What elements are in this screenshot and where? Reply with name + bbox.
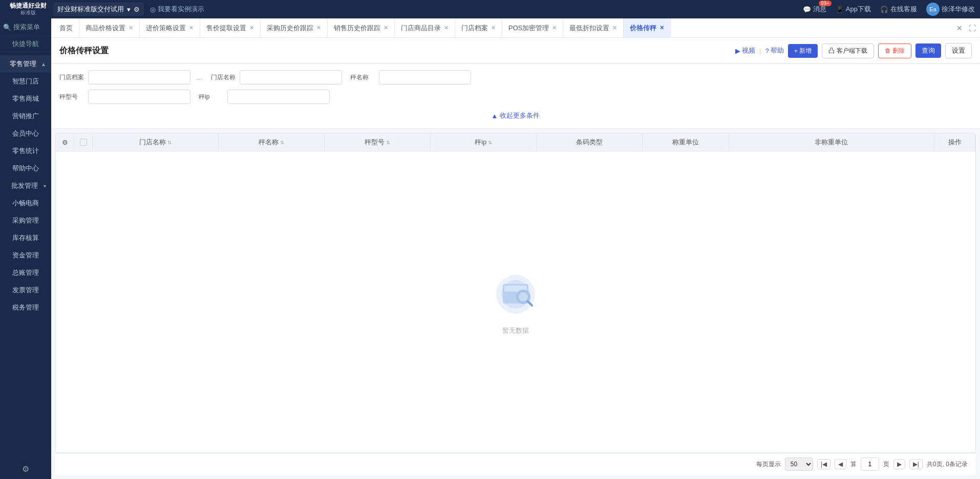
sidebar-item-tax[interactable]: 税务管理 <box>0 299 51 316</box>
th-scale-name[interactable]: 秤名称 ⇅ <box>219 134 325 151</box>
select-all-checkbox[interactable] <box>80 139 87 146</box>
table-header: ⚙ 门店名称 ⇅ 秤名称 ⇅ 秤型号 ⇅ <box>56 134 975 151</box>
sidebar-item-smart-store[interactable]: 智慧门店 <box>0 73 51 90</box>
sidebar-item-purchase[interactable]: 采购管理 <box>0 212 51 229</box>
demo-label: 我要看实例演示 <box>158 5 204 14</box>
gear-icon[interactable]: ⚙ <box>134 6 140 13</box>
version-label: 好业财标准版交付试用 <box>57 5 124 14</box>
message-button[interactable]: 💬 消息 99+ <box>803 5 826 14</box>
tab-sale-price[interactable]: 售价提取设置 ✕ <box>200 18 261 38</box>
tab-pos-mgmt-close[interactable]: ✕ <box>552 25 557 31</box>
filter-scale-model: 秤型号 <box>59 90 190 104</box>
store-profile-input[interactable] <box>88 70 190 84</box>
th-gear[interactable]: ⚙ <box>56 135 74 150</box>
scale-model-label: 秤型号 <box>59 93 85 101</box>
download-button[interactable]: 凸 客户端下载 <box>822 43 874 58</box>
sidebar-item-retail-mall[interactable]: 零售商城 <box>0 90 51 107</box>
sidebar-item-wholesale[interactable]: 批发管理 ▾ <box>0 177 51 194</box>
set-button[interactable]: 设置 <box>945 43 972 58</box>
tab-purchase-strategy-close[interactable]: ✕ <box>189 25 194 31</box>
help-icon: ? <box>765 47 769 55</box>
app-body: 🔍 搜索菜单 快捷导航 零售管理 ▲ 智慧门店 零售商城 营销推广 会员中心 <box>0 18 980 479</box>
page-suffix: 页 <box>883 460 889 469</box>
sidebar-search[interactable]: 🔍 搜索菜单 <box>0 18 51 36</box>
next-page-button[interactable]: ▶ <box>893 459 905 469</box>
filter-store-profile: 门店档案 … <box>59 70 203 84</box>
th-check[interactable] <box>74 135 93 150</box>
th-store-name[interactable]: 门店名称 ⇅ <box>93 134 219 151</box>
sidebar-quick-nav[interactable]: 快捷导航 <box>0 36 51 52</box>
sidebar-item-retail-stats[interactable]: 零售统计 <box>0 142 51 160</box>
tab-close-all-icon[interactable]: ✕ <box>954 24 965 32</box>
store-name-input[interactable] <box>240 70 342 84</box>
sidebar-item-general-ledger[interactable]: 总账管理 <box>0 264 51 281</box>
th-ip[interactable]: 秤ip ⇅ <box>431 134 537 151</box>
tab-purchase-strategy[interactable]: 进价策略设置 ✕ <box>140 18 200 38</box>
demo-link[interactable]: ◎ 我要看实例演示 <box>150 5 204 14</box>
sidebar-item-label: 小畅电商 <box>5 199 46 208</box>
query-button[interactable]: 查询 <box>915 43 941 58</box>
scale-ip-input[interactable] <box>227 90 330 104</box>
video-link[interactable]: ▶ 视频 <box>735 46 755 55</box>
sidebar-item-label: 库存核算 <box>5 233 46 243</box>
tab-price-setting-close[interactable]: ✕ <box>129 25 133 31</box>
ellipsis-icon[interactable]: … <box>196 73 203 81</box>
app-download-button[interactable]: 📱 App下载 <box>836 5 871 14</box>
collapse-more-button[interactable]: ▲ 收起更多条件 <box>492 111 540 120</box>
th-weight-unit[interactable]: 称重单位 <box>643 134 729 151</box>
online-service-button[interactable]: 🎧 在线客服 <box>880 5 917 14</box>
tab-price-scale[interactable]: 价格传秤 ✕ <box>624 18 671 38</box>
tab-sale-price-close[interactable]: ✕ <box>249 25 254 31</box>
app-download-label: App下载 <box>846 5 871 14</box>
scale-model-input[interactable] <box>88 90 190 104</box>
sidebar-item-label: 智慧门店 <box>5 77 46 86</box>
scale-name-input[interactable] <box>379 70 471 84</box>
sidebar-item-inventory[interactable]: 库存核算 <box>0 229 51 247</box>
prev-page-button[interactable]: ◀ <box>835 459 846 469</box>
tab-purchase-history-close[interactable]: ✕ <box>316 25 321 31</box>
tab-price-setting[interactable]: 商品价格设置 ✕ <box>79 18 140 38</box>
last-page-button[interactable]: ▶| <box>909 459 923 469</box>
add-button[interactable]: + 新增 <box>788 44 818 58</box>
sidebar-item-label: 总账管理 <box>5 268 46 277</box>
tab-store-catalog-close[interactable]: ✕ <box>444 25 449 31</box>
th-weight-unit-label: 称重单位 <box>672 138 699 147</box>
tab-home[interactable]: 首页 <box>53 18 79 38</box>
delete-button[interactable]: 🗑 删除 <box>878 43 911 58</box>
tab-pos-mgmt[interactable]: POS加密管理 ✕ <box>502 18 563 38</box>
page-input[interactable] <box>861 458 879 471</box>
user-menu[interactable]: Ea 徐泽华修改 <box>926 3 975 16</box>
sidebar-item-invoice[interactable]: 发票管理 <box>0 281 51 299</box>
th-barcode-label: 条码类型 <box>576 138 603 147</box>
sidebar-item-retail-mgmt[interactable]: 零售管理 ▲ <box>0 55 51 73</box>
tab-store-profile-close[interactable]: ✕ <box>491 25 496 31</box>
avatar: Ea <box>926 3 940 16</box>
empty-state: 暂无数据 <box>56 151 975 452</box>
tab-maximize-icon[interactable]: ⛶ <box>967 24 978 32</box>
tab-min-discount[interactable]: 最低折扣设置 ✕ <box>563 18 624 38</box>
tab-sale-price-label: 售价提取设置 <box>206 24 246 33</box>
sidebar-item-finance[interactable]: 资金管理 <box>0 247 51 264</box>
sidebar-item-member[interactable]: 会员中心 <box>0 125 51 142</box>
total-info: 共0页, 0条记录 <box>927 460 968 469</box>
settings-icon[interactable]: ⚙ <box>22 464 29 474</box>
sidebar-item-help[interactable]: 帮助中心 <box>0 160 51 177</box>
tab-store-profile[interactable]: 门店档案 ✕ <box>455 18 502 38</box>
th-model[interactable]: 秤型号 ⇅ <box>325 134 431 151</box>
th-barcode-type[interactable]: 条码类型 <box>537 134 643 151</box>
per-page-label: 每页显示 <box>756 460 781 469</box>
tab-min-discount-close[interactable]: ✕ <box>612 25 617 31</box>
th-non-weight-unit[interactable]: 非称重单位 <box>729 134 934 151</box>
sidebar-item-marketing[interactable]: 营销推广 <box>0 107 51 125</box>
tab-store-catalog[interactable]: 门店商品目录 ✕ <box>395 18 455 38</box>
version-selector[interactable]: 好业财标准版交付试用 ▾ ⚙ <box>53 3 144 16</box>
sidebar-item-ecommerce[interactable]: 小畅电商 <box>0 194 51 212</box>
per-page-select[interactable]: 10 20 50 100 <box>785 458 813 471</box>
th-action-label: 操作 <box>948 138 962 147</box>
tab-sale-history-close[interactable]: ✕ <box>384 25 388 31</box>
help-link[interactable]: ? 帮助 <box>765 46 783 55</box>
tab-purchase-history[interactable]: 采购历史价跟踪 ✕ <box>261 18 328 38</box>
tab-price-scale-close[interactable]: ✕ <box>659 25 664 31</box>
tab-sale-history[interactable]: 销售历史价跟踪 ✕ <box>328 18 395 38</box>
first-page-button[interactable]: |◀ <box>817 459 830 469</box>
